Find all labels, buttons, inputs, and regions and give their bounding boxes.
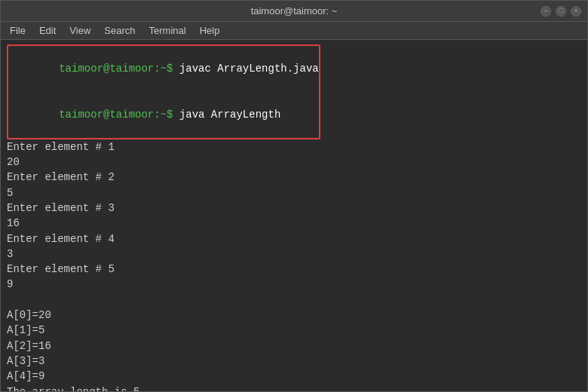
menu-file[interactable]: File [4,23,32,38]
prompt-1: taimoor@taimoor:~$ [59,63,173,75]
output-length: The array length is 5 [7,384,581,391]
title-bar: taimoor@taimoor: ~ ─ □ × [1,1,587,22]
output-4: 5 [7,185,581,201]
output-a2: A[2]=16 [7,338,581,354]
cmd-1: javac ArrayLength.java [173,63,318,75]
maximize-button[interactable]: □ [556,6,566,17]
menu-search[interactable]: Search [98,23,141,38]
command-line-2: taimoor@taimoor:~$ java ArrayLength [8,92,319,138]
menu-terminal[interactable]: Terminal [143,23,192,38]
window-controls: ─ □ × [541,6,581,17]
menu-bar: File Edit View Search Terminal Help [1,22,587,40]
terminal-body[interactable]: taimoor@taimoor:~$ javac ArrayLength.jav… [1,40,587,391]
output-3: Enter element # 2 [7,170,581,185]
output-a4: A[4]=9 [7,369,581,384]
output-9: Enter element # 5 [7,262,581,277]
output-8: 3 [7,247,581,262]
output-6: 16 [7,216,581,231]
prompt-2: taimoor@taimoor:~$ [59,109,173,121]
minimize-button[interactable]: ─ [541,6,551,17]
output-a1: A[1]=5 [7,323,581,338]
highlighted-commands-block: taimoor@taimoor:~$ javac ArrayLength.jav… [7,44,320,139]
menu-view[interactable]: View [63,23,96,38]
menu-help[interactable]: Help [194,23,226,38]
output-blank [7,292,581,308]
window-title: taimoor@taimoor: ~ [251,5,338,17]
menu-edit[interactable]: Edit [33,23,62,38]
command-line-1: taimoor@taimoor:~$ javac ArrayLength.jav… [8,46,319,92]
terminal-window: taimoor@taimoor: ~ ─ □ × File Edit View … [0,0,588,392]
output-7: Enter element # 4 [7,231,581,247]
output-2: 20 [7,155,581,170]
output-10: 9 [7,277,581,292]
cmd-2: java ArrayLength [173,109,280,121]
close-button[interactable]: × [571,6,581,17]
output-a0: A[0]=20 [7,308,581,323]
output-5: Enter element # 3 [7,201,581,216]
output-a3: A[3]=3 [7,354,581,369]
output-1: Enter element # 1 [7,139,581,155]
